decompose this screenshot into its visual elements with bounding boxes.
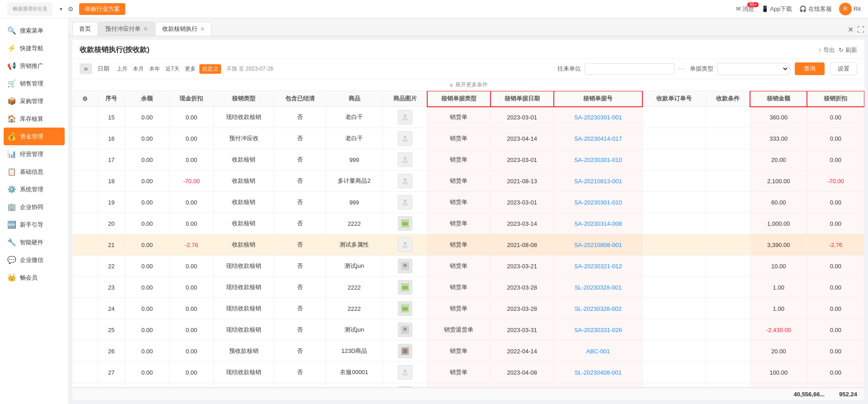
sidebar-item-hardware[interactable]: 🔧 智能硬件 bbox=[0, 233, 68, 251]
doc-no-link[interactable]: SA-20230414-017 bbox=[574, 135, 622, 142]
svg-point-8 bbox=[404, 200, 406, 202]
app-download[interactable]: 📱 App下载 bbox=[761, 5, 792, 13]
date-btn-custom[interactable]: 自定义 bbox=[199, 64, 221, 74]
row-writeoff-doc-date-cell: 2023-03-01 bbox=[491, 192, 554, 213]
sidebar-item-sales[interactable]: 🛒 销售管理 bbox=[0, 75, 68, 92]
voucher-type-select[interactable] bbox=[717, 63, 789, 75]
col-settings[interactable]: ⚙ bbox=[72, 91, 98, 107]
row-writeoff-doc-no-cell[interactable]: SL-20230408-001 bbox=[554, 362, 642, 383]
row-writeoff-discount-cell: 0.00 bbox=[807, 383, 864, 388]
close-icon[interactable]: ✕ bbox=[143, 26, 148, 32]
doc-no-link[interactable]: SA-20230301-010 bbox=[574, 157, 622, 163]
sidebar-item-guide[interactable]: 🆕 新手引导 bbox=[0, 216, 68, 233]
row-receipt-condition-cell bbox=[706, 213, 750, 234]
sidebar-item-operations[interactable]: 📊 经营管理 bbox=[0, 145, 68, 163]
row-settings-cell[interactable] bbox=[72, 277, 98, 298]
row-goods-img-cell bbox=[383, 234, 427, 256]
export-button[interactable]: ↑ 导出 bbox=[819, 46, 835, 54]
row-balance-cell: 0.00 bbox=[125, 234, 169, 256]
sidebar-item-base-info[interactable]: 📋 基础信息 bbox=[0, 163, 68, 181]
doc-no-link[interactable]: SA-20230321-012 bbox=[574, 263, 622, 270]
doc-no-link[interactable]: SA-20230301-001 bbox=[574, 114, 622, 121]
settings-button[interactable]: 设置 bbox=[830, 62, 857, 75]
row-settings-cell[interactable] bbox=[72, 192, 98, 213]
sidebar-item-finance[interactable]: 💰 资金管理 bbox=[4, 128, 65, 145]
doc-no-link[interactable]: ABC-001 bbox=[586, 348, 610, 355]
close-window-icon[interactable]: ✕ bbox=[848, 25, 854, 34]
doc-no-link[interactable]: SA-20230331-026 bbox=[574, 327, 622, 333]
row-writeoff-doc-no-cell[interactable]: SA-20210808-001 bbox=[554, 234, 642, 256]
row-settings-cell[interactable] bbox=[72, 383, 98, 388]
row-goods-img-cell bbox=[383, 362, 427, 383]
row-writeoff-doc-no-cell[interactable]: SA-20230314-008 bbox=[554, 213, 642, 234]
solution-button[interactable]: 体验行业方案 bbox=[79, 3, 125, 15]
date-btn-more[interactable]: 更多 bbox=[183, 64, 198, 74]
row-settings-cell[interactable] bbox=[72, 256, 98, 277]
row-settings-cell[interactable] bbox=[72, 298, 98, 319]
expand-more-button[interactable]: ∨ 展开更多条件 bbox=[449, 81, 488, 89]
date-btn-this-year[interactable]: 本年 bbox=[147, 64, 162, 74]
row-settings-cell[interactable] bbox=[72, 234, 98, 256]
sidebar-item-enterprise[interactable]: 🏢 企业协同 bbox=[0, 198, 68, 216]
supplier-dots[interactable]: ··· bbox=[679, 65, 684, 73]
row-settings-cell[interactable] bbox=[72, 319, 98, 341]
sidebar-item-marketing[interactable]: 📢 营销推广 bbox=[0, 57, 68, 75]
row-writeoff-doc-no-cell[interactable]: SA-20230321-012 bbox=[554, 256, 642, 277]
sidebar-item-quick-nav[interactable]: ⚡ 快捷导航 bbox=[0, 39, 68, 57]
row-writeoff-discount-cell: 0.00 bbox=[807, 128, 864, 149]
row-writeoff-doc-no-cell[interactable]: ABC-001 bbox=[554, 341, 642, 362]
row-settings-cell[interactable] bbox=[72, 149, 98, 171]
doc-no-link[interactable]: SL-20230328-002 bbox=[575, 305, 622, 312]
sidebar-item-purchase[interactable]: 📦 采购管理 bbox=[0, 92, 68, 110]
row-receipt-condition-cell bbox=[706, 277, 750, 298]
row-writeoff-doc-no-cell[interactable]: SA-20230301-010 bbox=[554, 149, 642, 171]
query-button[interactable]: 查询 bbox=[795, 62, 825, 75]
gear-icon[interactable]: ⚙ bbox=[68, 5, 74, 13]
doc-no-link[interactable]: SA-20210813-001 bbox=[574, 178, 622, 185]
sidebar-item-wechat[interactable]: 💬 企业微信 bbox=[0, 251, 68, 269]
row-writeoff-doc-no-cell[interactable]: SA-20230331-026 bbox=[554, 319, 642, 341]
sidebar-item-system[interactable]: ⚙️ 系统管理 bbox=[0, 181, 68, 198]
maximize-icon[interactable]: ⛶ bbox=[857, 26, 864, 34]
doc-no-link[interactable]: SL-20230328-001 bbox=[575, 284, 622, 291]
col-goods-img: 商品图片 bbox=[383, 91, 427, 107]
doc-no-link[interactable]: SA-20230301-010 bbox=[574, 199, 622, 206]
row-writeoff-doc-no-cell[interactable]: SA-20230301-010 bbox=[554, 192, 642, 213]
row-included-cell: 否 bbox=[274, 128, 326, 149]
row-writeoff-doc-no-cell[interactable]: SA-20230414-017 bbox=[554, 128, 642, 149]
user-area[interactable]: R Rit bbox=[839, 3, 861, 15]
sidebar-item-search[interactable]: 🔍 搜索菜单 bbox=[0, 22, 68, 39]
close-icon[interactable]: ✕ bbox=[200, 26, 205, 32]
row-settings-cell[interactable] bbox=[72, 107, 98, 128]
tab-prepay[interactable]: 预付冲应付单 ✕ bbox=[99, 22, 155, 36]
tab-collect[interactable]: 收款核销执行 ✕ bbox=[156, 22, 212, 36]
online-service[interactable]: 🎧 在线客服 bbox=[799, 5, 832, 13]
row-writeoff-amount-cell: 3,390.00 bbox=[750, 234, 807, 256]
tab-home[interactable]: 首页 bbox=[72, 22, 98, 36]
row-writeoff-doc-no-cell[interactable]: SA-20210813-001 bbox=[554, 171, 642, 192]
message-badge[interactable]: ✉ 消息 99+ bbox=[736, 5, 755, 13]
date-btn-last-month[interactable]: 上月 bbox=[115, 64, 129, 74]
chevron-down-icon[interactable]: ▾ bbox=[60, 6, 62, 12]
row-settings-cell[interactable] bbox=[72, 171, 98, 192]
row-settings-cell[interactable] bbox=[72, 128, 98, 149]
sidebar-item-member[interactable]: 👑 畅会员 bbox=[0, 269, 68, 286]
doc-no-link[interactable]: SA-20230314-008 bbox=[574, 220, 622, 227]
row-settings-cell[interactable] bbox=[72, 362, 98, 383]
row-writeoff-doc-no-cell[interactable]: SA-20230301-001 bbox=[554, 107, 642, 128]
table-container[interactable]: ⚙ 序号 余额 现金折扣 核销类型 包含已结清 商品 商品图片 核销单据类型 核… bbox=[72, 91, 864, 387]
date-btn-this-month[interactable]: 本月 bbox=[131, 64, 146, 74]
row-writeoff-doc-no-cell[interactable]: SL-20230328-001 bbox=[554, 277, 642, 298]
sidebar-item-inventory[interactable]: 🏠 库存核算 bbox=[0, 110, 68, 128]
row-writeoff-doc-no-cell[interactable]: SL-20230328-002 bbox=[554, 298, 642, 319]
row-settings-cell[interactable] bbox=[72, 341, 98, 362]
supplier-input[interactable] bbox=[585, 63, 675, 75]
row-writeoff-doc-no-cell[interactable]: SL-20230418-001 bbox=[554, 383, 642, 388]
doc-no-link[interactable]: SA-20210808-001 bbox=[574, 242, 622, 248]
date-btn-7days[interactable]: 近7天 bbox=[164, 64, 181, 74]
filter-expand-button[interactable]: » bbox=[80, 63, 92, 74]
refresh-button[interactable]: ↻ 刷新 bbox=[839, 46, 857, 54]
row-settings-cell[interactable] bbox=[72, 213, 98, 234]
row-balance-cell: 0.00 bbox=[125, 107, 169, 128]
doc-no-link[interactable]: SL-20230408-001 bbox=[575, 369, 622, 376]
